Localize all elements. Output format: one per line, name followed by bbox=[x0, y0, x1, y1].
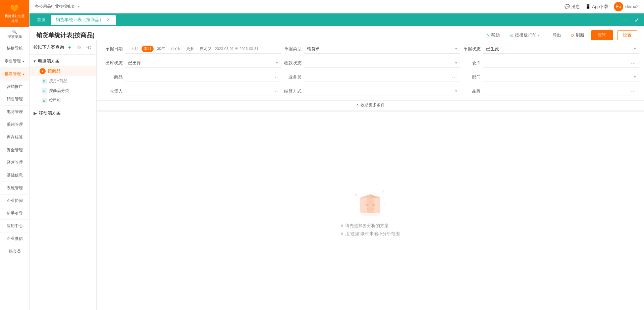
header-left: 办公用品行业模拟账套 ▾ bbox=[35, 4, 80, 9]
salesperson-value[interactable]: ··· bbox=[304, 72, 460, 82]
right-panel: 单据日期 上月 本月 本年 近7天 更多 自定义 20 bbox=[97, 40, 644, 310]
receipt-status-value[interactable]: ▾ bbox=[304, 58, 460, 68]
sidebar-item-ecommerce[interactable]: 电商管理 bbox=[0, 106, 29, 118]
add-scheme-button[interactable]: + bbox=[66, 44, 73, 51]
warehouse-dots-icon: ··· bbox=[631, 60, 636, 66]
product-value[interactable]: ··· bbox=[125, 72, 281, 82]
sidebar-item-purchase-label: 采购管理 bbox=[7, 122, 23, 127]
retail-expand-icon: ▾ bbox=[23, 59, 24, 64]
scheme-group-mobile: ▶ 移动端方案 bbox=[30, 107, 96, 119]
collapse-filters-button[interactable]: ∧ 收起更多条件 bbox=[97, 100, 644, 110]
date-tab-last-month[interactable]: 上月 bbox=[128, 46, 140, 52]
page-title: 销货单统计表(按商品) bbox=[36, 31, 95, 39]
sidebar-item-purchase[interactable]: 采购管理 bbox=[0, 118, 29, 131]
sidebar-item-enterprise[interactable]: 企业协同 bbox=[0, 195, 29, 207]
product-dots-icon: ··· bbox=[273, 74, 278, 80]
doctype-text: 销货单 bbox=[307, 46, 320, 52]
collapse-scheme-button[interactable]: ≪ bbox=[85, 44, 92, 51]
sidebar-item-basic[interactable]: 基础信息 bbox=[0, 169, 29, 182]
sidebar-shortcut-label: 快捷导航 bbox=[7, 46, 23, 51]
scheme-group-pc-title[interactable]: ▾ 电脑端方案 bbox=[30, 56, 96, 66]
tab-bar: 首页 销货单统计表（按商品） ✕ — ⤢ bbox=[30, 13, 644, 26]
sidebar-item-retail[interactable]: 零售管理 ▾ bbox=[0, 55, 29, 68]
tab-minimize-icon[interactable]: — bbox=[620, 15, 629, 24]
department-value[interactable]: ▾ bbox=[483, 72, 639, 82]
tab-close-icon[interactable]: ✕ bbox=[106, 17, 111, 22]
warehouse-value[interactable]: ··· bbox=[483, 58, 639, 68]
app-version: 标版 bbox=[11, 19, 18, 23]
sidebar-item-ecommerce-label: 电商管理 bbox=[7, 109, 23, 114]
date-filter-value[interactable]: 上月 本月 本年 近7天 更多 自定义 2023-03-01 至 2023-03… bbox=[125, 44, 281, 54]
sidebar-item-wechat[interactable]: 企业微信 bbox=[0, 232, 29, 245]
query-button[interactable]: 查询 bbox=[591, 30, 613, 40]
payment-value[interactable]: ▾ bbox=[304, 87, 460, 96]
sidebar-item-appstore[interactable]: 应用中心 bbox=[0, 220, 29, 232]
tab-sales-stat[interactable]: 销货单统计表（按商品） ✕ bbox=[51, 15, 116, 25]
scheme-item-by-cashier[interactable]: ⊞ 按司机 bbox=[30, 96, 96, 105]
tab-maximize-icon[interactable]: ⤢ bbox=[632, 15, 641, 24]
sidebar-shortcut-nav[interactable]: 快捷导航 bbox=[0, 42, 29, 55]
export-icon: ↑ bbox=[549, 33, 551, 38]
sidebar-item-finance[interactable]: 资金管理 bbox=[0, 144, 29, 157]
scheme-item-by-product[interactable]: ● 按商品 bbox=[30, 66, 96, 76]
search-menu[interactable]: 🔍 搜索菜单 bbox=[0, 27, 29, 42]
date-tab-more[interactable]: 更多 bbox=[184, 46, 196, 52]
sidebar-item-sales[interactable]: 销售管理 bbox=[0, 93, 29, 106]
sidebar-item-operations[interactable]: 经营管理 bbox=[0, 156, 29, 169]
refresh-label: 刷新 bbox=[576, 32, 584, 38]
sidebar-item-vip[interactable]: 畅会员 bbox=[0, 245, 29, 258]
sidebar-item-wechat-label: 企业微信 bbox=[7, 236, 23, 241]
doctype-value[interactable]: 销货单 ▾ bbox=[304, 44, 460, 54]
scheme-item-by-category-label: 按商品分类 bbox=[49, 88, 69, 94]
filter-cell-brand: 品牌 ··· bbox=[460, 86, 639, 97]
date-tab-this-month[interactable]: 本月 bbox=[142, 46, 154, 52]
scheme-item-by-category[interactable]: ⊞ 按商品分类 bbox=[30, 86, 96, 96]
filter-cell-salesperson: 业务员 ··· bbox=[281, 72, 460, 83]
payment-label: 结算方式 bbox=[281, 88, 304, 94]
print-icon: 🖨 bbox=[509, 33, 514, 38]
tab-home[interactable]: 首页 bbox=[32, 15, 50, 25]
refresh-button[interactable]: ↺ 刷新 bbox=[568, 31, 587, 40]
sidebar-item-guide[interactable]: 新手引导 bbox=[0, 207, 29, 220]
settings-button[interactable]: 设置 bbox=[617, 30, 637, 40]
scheme-group-mobile-title[interactable]: ▶ 移动端方案 bbox=[30, 108, 96, 118]
brand-value[interactable]: ··· bbox=[483, 87, 639, 96]
export-button[interactable]: ↑ 导出 bbox=[546, 31, 564, 40]
app-logo[interactable]: 🧡 畅捷通好生意 标版 bbox=[0, 0, 29, 27]
filter-cell-stockout: 出库状态 已出库 ▾ bbox=[102, 58, 281, 68]
receipt-status-caret-icon: ▾ bbox=[455, 61, 457, 65]
brand-label: 品牌 bbox=[460, 88, 483, 94]
download-icon: 📱 bbox=[585, 4, 591, 9]
scheme-group-pc: ▾ 电脑端方案 ● 按商品 ⊞ 按月+商品 ⊞ 按商品分类 bbox=[30, 55, 96, 107]
date-tab-custom[interactable]: 自定义 bbox=[198, 46, 214, 52]
filter-cell-warehouse: 仓库 ··· bbox=[460, 58, 639, 68]
sidebar-item-marketing[interactable]: 营销推广 bbox=[0, 81, 29, 93]
recipient-label: 收货人 bbox=[102, 88, 125, 94]
sidebar-item-system[interactable]: 系统管理 bbox=[0, 182, 29, 195]
scheme-item-by-product-label: 按商品 bbox=[48, 68, 61, 74]
filter-cell-department: 部门 ▾ bbox=[460, 72, 639, 83]
date-tab-this-year[interactable]: 本年 bbox=[155, 46, 167, 52]
stockout-value[interactable]: 已出库 ▾ bbox=[125, 58, 281, 68]
print-button[interactable]: 🖨 按模板打印 ▾ bbox=[506, 31, 542, 40]
date-tab-7days[interactable]: 近7天 bbox=[168, 46, 183, 52]
mobile-group-triangle: ▶ bbox=[34, 111, 37, 116]
message-button[interactable]: 💬 消息 bbox=[565, 4, 580, 10]
empty-hints-list: 请先选择要分析的方案 用[过滤]条件来缩小分析范围 bbox=[341, 222, 400, 238]
filter-cell-date: 单据日期 上月 本月 本年 近7天 更多 自定义 20 bbox=[102, 44, 281, 54]
app-download-button[interactable]: 📱 App下载 bbox=[585, 4, 608, 10]
edit-scheme-button[interactable]: ⊙ bbox=[75, 44, 83, 51]
scheme-item-by-month-product[interactable]: ⊞ 按月+商品 bbox=[30, 76, 96, 86]
sidebar-item-inventory[interactable]: 库存核算 bbox=[0, 131, 29, 144]
breadcrumb-dropdown-icon[interactable]: ▾ bbox=[78, 4, 80, 9]
search-icon: 🔍 bbox=[12, 30, 17, 34]
docstatus-value[interactable]: 已生效 ▾ bbox=[483, 44, 639, 54]
help-button[interactable]: ? 帮助 bbox=[484, 31, 502, 40]
search-menu-label: 搜索菜单 bbox=[2, 34, 27, 39]
sidebar-item-wholesale[interactable]: 批发管理 ▴ bbox=[0, 68, 29, 81]
collapse-icon: ≪ bbox=[86, 45, 91, 50]
add-icon: + bbox=[68, 44, 71, 50]
recipient-value[interactable]: ··· bbox=[125, 87, 281, 96]
user-profile[interactable]: Ea demo2 bbox=[614, 2, 639, 11]
user-name: demo2 bbox=[625, 4, 639, 9]
